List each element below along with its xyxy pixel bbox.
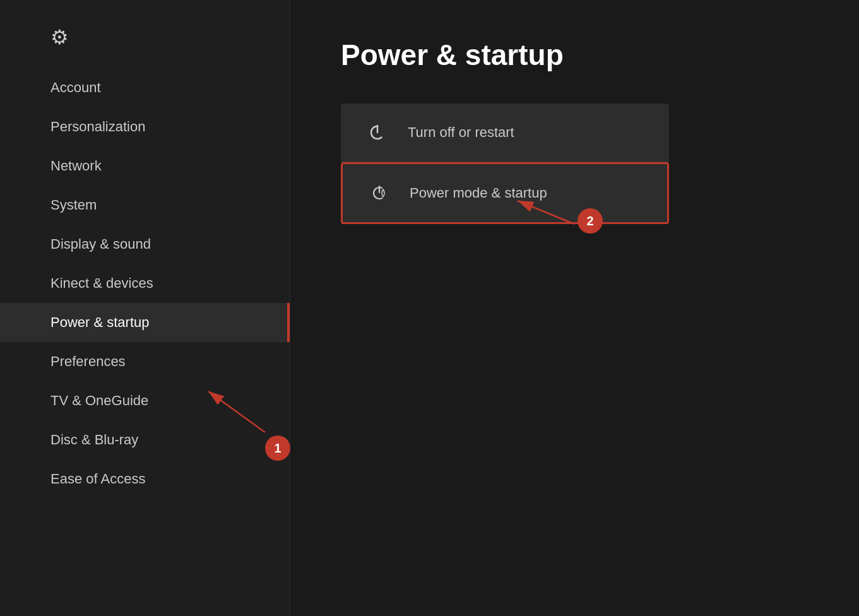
- sidebar-item-system[interactable]: System: [0, 186, 290, 225]
- power-mode-startup-label: Power mode & startup: [410, 185, 547, 201]
- sidebar-item-network[interactable]: Network: [0, 146, 290, 186]
- main-content: Power & startup Turn off or restart: [290, 0, 859, 616]
- sidebar-item-display-sound[interactable]: Display & sound: [0, 225, 290, 264]
- page-title: Power & startup: [341, 38, 809, 72]
- sidebar-item-label: Display & sound: [50, 236, 151, 252]
- sidebar-item-ease-of-access[interactable]: Ease of Access: [0, 459, 290, 499]
- sidebar-item-label: Account: [50, 80, 101, 95]
- turn-off-restart-label: Turn off or restart: [408, 124, 514, 141]
- turn-off-restart-item[interactable]: Turn off or restart: [341, 104, 669, 162]
- settings-options: Turn off or restart Power mode & startup: [341, 104, 669, 224]
- sidebar-item-disc-bluray[interactable]: Disc & Blu-ray: [0, 420, 290, 459]
- power-icon: [366, 122, 389, 143]
- sidebar-item-label: Personalization: [50, 119, 145, 134]
- sidebar-item-personalization[interactable]: Personalization: [0, 107, 290, 146]
- sidebar-item-account[interactable]: Account: [0, 68, 290, 107]
- sidebar-item-power-startup[interactable]: Power & startup: [0, 303, 290, 342]
- sidebar-item-kinect-devices[interactable]: Kinect & devices: [0, 264, 290, 303]
- sidebar-item-label: System: [50, 197, 97, 213]
- power-mode-startup-item[interactable]: Power mode & startup: [341, 162, 669, 224]
- sidebar-item-label: Preferences: [50, 353, 126, 369]
- sidebar-item-label: Ease of Access: [50, 471, 145, 487]
- sidebar-item-tv-oneguide[interactable]: TV & OneGuide: [0, 381, 290, 420]
- gear-icon: ⚙: [50, 26, 69, 49]
- power-mode-icon: [368, 183, 391, 203]
- sidebar-item-label: Network: [50, 158, 102, 174]
- annotation-svg: [290, 0, 859, 616]
- sidebar-gear-area: ⚙: [0, 19, 290, 68]
- sidebar-item-label: Power & startup: [50, 314, 150, 330]
- annotation-layer: 2: [290, 0, 859, 616]
- sidebar-item-label: TV & OneGuide: [50, 393, 148, 408]
- sidebar-nav: Account Personalization Network System D…: [0, 68, 290, 499]
- sidebar: ⚙ Account Personalization Network System…: [0, 0, 290, 616]
- sidebar-item-label: Kinect & devices: [50, 275, 153, 291]
- sidebar-item-label: Disc & Blu-ray: [50, 432, 138, 447]
- sidebar-item-preferences[interactable]: Preferences: [0, 342, 290, 381]
